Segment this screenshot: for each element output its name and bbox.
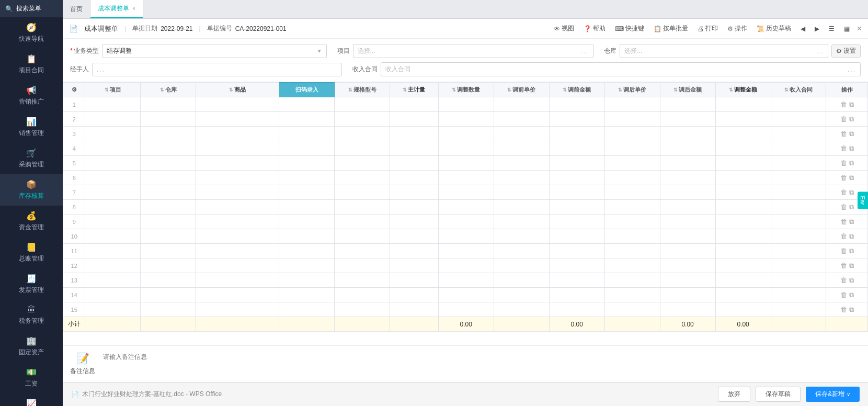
table-cell[interactable] xyxy=(715,258,771,273)
table-cell[interactable] xyxy=(85,215,141,229)
table-cell[interactable] xyxy=(715,215,771,229)
table-cell[interactable] xyxy=(335,258,390,273)
table-cell[interactable] xyxy=(279,288,335,302)
table-cell[interactable] xyxy=(279,97,335,112)
table-cell[interactable] xyxy=(438,185,494,200)
delete-row-btn[interactable]: 🗑 xyxy=(840,262,847,269)
delete-row-btn[interactable]: 🗑 xyxy=(840,218,847,225)
table-cell[interactable] xyxy=(141,112,196,127)
table-cell[interactable] xyxy=(196,215,279,229)
table-cell[interactable] xyxy=(85,156,141,171)
copy-row-btn[interactable]: ⧉ xyxy=(849,100,854,109)
table-cell[interactable] xyxy=(279,112,335,127)
table-cell[interactable] xyxy=(85,141,141,156)
table-cell[interactable] xyxy=(141,273,196,288)
table-cell[interactable] xyxy=(771,185,826,200)
table-cell[interactable] xyxy=(438,200,494,215)
table-cell[interactable] xyxy=(771,171,826,185)
table-cell[interactable] xyxy=(549,244,604,258)
table-row[interactable]: 8🗑⧉ xyxy=(63,200,868,215)
nav-prev-btn[interactable]: ◀ xyxy=(798,24,807,33)
table-cell[interactable] xyxy=(438,273,494,288)
copy-row-btn[interactable]: ⧉ xyxy=(849,276,854,285)
table-cell[interactable] xyxy=(335,112,390,127)
delete-row-btn[interactable]: 🗑 xyxy=(840,188,847,196)
table-cell[interactable] xyxy=(549,215,604,229)
table-row[interactable]: 2🗑⧉ xyxy=(63,112,868,127)
table-cell[interactable] xyxy=(335,273,390,288)
table-cell[interactable] xyxy=(494,200,549,215)
table-cell[interactable] xyxy=(85,185,141,200)
copy-row-btn[interactable]: ⧉ xyxy=(849,130,854,138)
table-row[interactable]: 6🗑⧉ xyxy=(63,171,868,185)
remarks-input[interactable] xyxy=(100,350,861,370)
delete-row-btn[interactable]: 🗑 xyxy=(840,276,847,284)
table-cell[interactable] xyxy=(85,302,141,317)
table-cell[interactable] xyxy=(335,215,390,229)
table-cell[interactable] xyxy=(196,200,279,215)
table-cell[interactable] xyxy=(604,258,660,273)
copy-row-btn[interactable]: ⧉ xyxy=(849,291,854,299)
table-cell[interactable] xyxy=(335,141,390,156)
table-cell[interactable] xyxy=(390,288,439,302)
discard-button[interactable]: 放弃 xyxy=(718,387,750,402)
table-cell[interactable] xyxy=(549,141,604,156)
table-cell[interactable] xyxy=(549,185,604,200)
copy-row-btn[interactable]: ⧉ xyxy=(849,144,854,153)
table-cell[interactable] xyxy=(438,244,494,258)
table-cell[interactable] xyxy=(196,156,279,171)
table-cell[interactable] xyxy=(438,127,494,141)
table-cell[interactable] xyxy=(660,200,715,215)
table-cell[interactable] xyxy=(494,112,549,127)
table-cell[interactable] xyxy=(390,258,439,273)
sidebar-search[interactable]: 🔍 搜索菜单 xyxy=(0,0,63,17)
table-cell[interactable] xyxy=(279,229,335,244)
table-cell[interactable] xyxy=(494,302,549,317)
sidebar-item-quick-nav[interactable]: 🧭 快速导航 xyxy=(0,17,63,49)
table-cell[interactable] xyxy=(390,185,439,200)
table-cell[interactable] xyxy=(715,112,771,127)
table-cell[interactable] xyxy=(335,185,390,200)
copy-row-btn[interactable]: ⧉ xyxy=(849,203,854,211)
table-cell[interactable] xyxy=(549,229,604,244)
table-cell[interactable] xyxy=(549,127,604,141)
table-cell[interactable] xyxy=(604,215,660,229)
table-cell[interactable] xyxy=(660,141,715,156)
table-cell[interactable] xyxy=(438,288,494,302)
table-cell[interactable] xyxy=(335,127,390,141)
copy-row-btn[interactable]: ⧉ xyxy=(849,188,854,197)
table-cell[interactable] xyxy=(549,273,604,288)
delete-row-btn[interactable]: 🗑 xyxy=(840,232,847,240)
table-cell[interactable] xyxy=(549,156,604,171)
table-cell[interactable] xyxy=(494,258,549,273)
table-cell[interactable] xyxy=(660,229,715,244)
table-cell[interactable] xyxy=(771,258,826,273)
table-cell[interactable] xyxy=(438,215,494,229)
table-cell[interactable] xyxy=(771,215,826,229)
table-cell[interactable] xyxy=(660,244,715,258)
delete-row-btn[interactable]: 🗑 xyxy=(840,203,847,211)
operations-btn[interactable]: ⚙ 操作 xyxy=(725,23,749,34)
table-cell[interactable] xyxy=(604,127,660,141)
table-cell[interactable] xyxy=(604,288,660,302)
copy-row-btn[interactable]: ⧉ xyxy=(849,247,854,255)
table-cell[interactable] xyxy=(715,244,771,258)
table-cell[interactable] xyxy=(438,229,494,244)
table-cell[interactable] xyxy=(279,244,335,258)
table-cell[interactable] xyxy=(279,302,335,317)
table-cell[interactable] xyxy=(390,141,439,156)
table-row[interactable]: 9🗑⧉ xyxy=(63,215,868,229)
sidebar-item-sales-mgmt[interactable]: 📊 销售管理 xyxy=(0,111,63,143)
table-cell[interactable] xyxy=(494,229,549,244)
table-cell[interactable] xyxy=(279,215,335,229)
col-after-price[interactable]: 调后单价 xyxy=(604,83,660,97)
nav-next-btn[interactable]: ▶ xyxy=(813,24,821,33)
table-cell[interactable] xyxy=(196,127,279,141)
agent-input[interactable]: ... xyxy=(92,63,342,76)
table-cell[interactable] xyxy=(715,97,771,112)
view-btn[interactable]: 👁 视图 xyxy=(552,23,576,34)
sidebar-item-purchase-mgmt[interactable]: 🛒 采购管理 xyxy=(0,143,63,174)
table-cell[interactable] xyxy=(196,273,279,288)
col-product[interactable]: 商品 xyxy=(196,83,279,97)
table-cell[interactable] xyxy=(715,141,771,156)
